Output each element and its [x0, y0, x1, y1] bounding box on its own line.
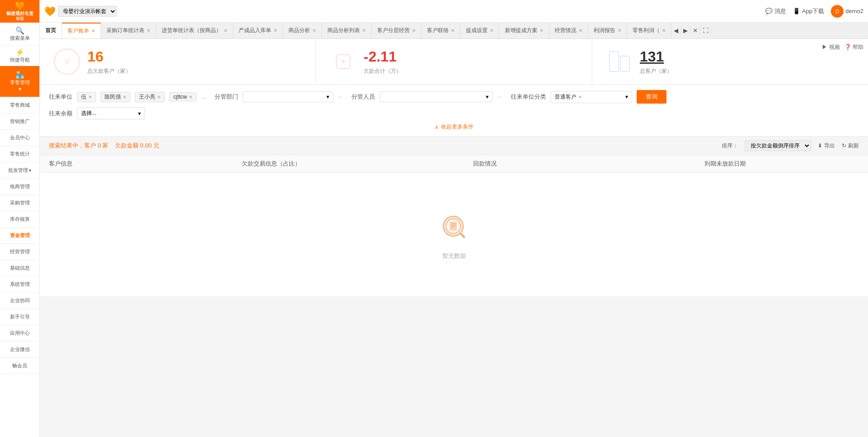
sidebar-item-inventory[interactable]: 库存核算 — [0, 211, 39, 228]
tab-close-analysis-list[interactable]: ✕ — [362, 28, 366, 33]
filter-balance-label: 往来余额 — [49, 109, 72, 118]
tab-new-tips-plan[interactable]: 新增提成方案 ✕ — [499, 23, 549, 39]
filter-dept-select[interactable]: ▾ — [243, 91, 333, 102]
filter-tag-wang-remove[interactable]: ✕ — [157, 95, 161, 100]
tab-product-analysis-list[interactable]: 商品分析列表 ✕ — [322, 23, 372, 39]
tab-customer-layer[interactable]: 客户分层经营 ✕ — [372, 23, 422, 39]
query-button[interactable]: 查询 — [637, 90, 667, 104]
filter-person-more[interactable]: ··· — [497, 94, 502, 100]
filter-unit-class-select[interactable]: 普通客户 ✕ ▾ — [551, 91, 632, 103]
refresh-button[interactable]: ↻ 刷新 — [842, 142, 859, 150]
filter-unit-class-label: 往来单位分类 — [511, 93, 546, 101]
tabbar-nav-left[interactable]: ◀ — [671, 27, 681, 34]
sidebar-item-wholesale[interactable]: 批发管理 ▾ — [0, 162, 39, 179]
sidebar-item-marketing[interactable]: 营销推广 — [0, 114, 39, 130]
tabbar-maximize[interactable]: ⛶ — [700, 27, 711, 34]
tab-close-profit[interactable]: ✕ — [618, 28, 621, 33]
tab-inventory-stats[interactable]: 进货单统计表（按商品） ✕ — [156, 23, 233, 39]
tab-close-retail-profit[interactable]: ✕ — [662, 28, 666, 33]
tab-close-accounts[interactable]: ✕ — [91, 28, 95, 33]
question-icon: ❓ — [844, 44, 851, 50]
text-help-button[interactable]: ❓ 帮助 — [844, 43, 863, 51]
stat-total-debt-customers: ¥ 16 总欠款客户（家） — [40, 39, 316, 84]
tab-retail-profit[interactable]: 零售利润（ ✕ — [627, 23, 671, 39]
sidebar-item-retail-mall[interactable]: 零售商城 — [0, 97, 39, 114]
stat-total-customers: 131 总客户（家） ▶ 视频 ❓ 帮助 — [592, 39, 868, 84]
table-header-repay: 回款情况 — [473, 160, 705, 168]
filter-more-button[interactable]: ... — [201, 94, 206, 100]
topbar-actions: 💬 消息 📱 App下载 D demo2 — [765, 5, 863, 18]
svg-rect-8 — [450, 222, 457, 231]
filter-collapse-button[interactable]: ∧ 收起更多条件 — [49, 123, 859, 131]
sidebar-item-system[interactable]: 系统管理 — [0, 276, 39, 293]
app-download-button[interactable]: 📱 App下载 — [793, 7, 824, 15]
tab-close-tips[interactable]: ✕ — [490, 28, 494, 33]
svg-line-12 — [461, 234, 464, 237]
export-button[interactable]: ⬇ 导出 — [818, 142, 835, 150]
empty-text: 暂无数据 — [442, 252, 466, 260]
filter-balance-select[interactable]: 选择... ▾ — [77, 107, 145, 119]
filter-dept-more[interactable]: ··· — [338, 94, 342, 100]
sidebar-item-appstore[interactable]: 应用中心 — [0, 325, 39, 342]
stat-total-debt-amount: ✦ -2.11 欠款合计（万） — [316, 39, 592, 84]
sidebar-item-retail-stats[interactable]: 零售统计 — [0, 146, 39, 162]
tab-close-purchase[interactable]: ✕ — [147, 28, 150, 33]
sidebar-item-retail[interactable]: 🏪 零售管理 ▾ — [0, 66, 39, 97]
tab-close-tips-plan[interactable]: ✕ — [540, 28, 543, 33]
filter-tag-cjttcw-remove[interactable]: ✕ — [189, 95, 192, 100]
filter-tag-wu-remove[interactable]: ✕ — [88, 95, 92, 100]
tab-product-analysis[interactable]: 商品分析 ✕ — [283, 23, 322, 39]
dept-dropdown-icon: ▾ — [326, 94, 329, 100]
stat-value-total: 131 — [640, 48, 672, 65]
tab-operations-status[interactable]: 经营情况 ✕ — [549, 23, 588, 39]
filter-row-1: 往来单位 伍 ✕ 陈民强 ✕ 王小亮 ✕ cjttcw ✕ ... — [49, 90, 859, 104]
filter-tag-chen-remove[interactable]: ✕ — [123, 95, 126, 100]
sidebar-item-purchase[interactable]: 采购管理 — [0, 195, 39, 211]
tab-customer-contact[interactable]: 客户联络 ✕ — [422, 23, 460, 39]
stat-help-buttons: ▶ 视频 ❓ 帮助 — [822, 43, 863, 51]
unit-class-dropdown-icon: ▾ — [625, 94, 628, 100]
messages-button[interactable]: 💬 消息 — [765, 7, 786, 15]
sidebar-item-quick-nav[interactable]: ⚡ 快捷导航 — [0, 46, 39, 66]
sidebar-item-ecommerce[interactable]: 电商管理 — [0, 179, 39, 195]
sidebar-item-search[interactable]: 🔍 搜索菜单 — [0, 23, 39, 46]
tab-close-inventory[interactable]: ✕ — [224, 28, 227, 33]
tab-purchase-order-stats[interactable]: 采购订单统计表 ✕ — [101, 23, 156, 39]
tab-accounts[interactable]: 客户账本 ✕ — [62, 23, 101, 39]
tabbar-nav-right[interactable]: ▶ — [681, 27, 691, 34]
filter-tag-normal-remove[interactable]: ✕ — [578, 95, 582, 100]
sidebar-item-newbie[interactable]: 新手引导 — [0, 309, 39, 325]
sidebar-item-enterprise[interactable]: 企业协同 — [0, 293, 39, 309]
sidebar-item-operations[interactable]: 经营管理 — [0, 244, 39, 260]
tab-close-analysis[interactable]: ✕ — [312, 28, 316, 33]
stat-icon-debt: ✦ — [330, 48, 357, 75]
tab-home[interactable]: 首页 — [40, 23, 62, 39]
tabbar-close-all[interactable]: ✕ — [691, 27, 700, 34]
tabbar: 首页 客户账本 ✕ 采购订单统计表 ✕ 进货单统计表（按商品） ✕ 产成品入库单… — [40, 23, 868, 39]
table-header-debt: 欠款交易信息（占比） — [242, 160, 473, 168]
stat-label-customers: 总欠款客户（家） — [87, 67, 131, 75]
tab-tips-settings[interactable]: 提成设置 ✕ — [460, 23, 499, 39]
user-avatar-button[interactable]: D demo2 — [831, 5, 863, 18]
sort-select[interactable]: 按欠款金额倒序排序 — [745, 140, 811, 151]
filter-person-select[interactable]: ▾ — [379, 91, 493, 102]
sidebar-item-wechat[interactable]: 企业微信 — [0, 342, 39, 358]
sidebar-item-finance[interactable]: 资金管理 — [0, 228, 39, 244]
brand-dropdown[interactable]: 母婴行业演示帐套 — [58, 6, 117, 17]
filter-tag-chen: 陈民强 ✕ — [101, 92, 130, 102]
balance-dropdown-icon: ▾ — [138, 110, 141, 117]
sidebar-item-member[interactable]: 会员中心 — [0, 130, 39, 146]
tab-close-operations[interactable]: ✕ — [579, 28, 582, 33]
collapse-icon: ∧ — [435, 124, 439, 130]
tab-product-inbound[interactable]: 产成品入库单 ✕ — [233, 23, 283, 39]
search-result-info: 搜索结果中，客户 0 家 欠款金额 0.00 元 — [49, 142, 159, 150]
brand-selector[interactable]: 🧡 母婴行业演示帐套 — [44, 6, 117, 17]
tab-profit-report[interactable]: 利润报告 ✕ — [588, 23, 627, 39]
video-help-button[interactable]: ▶ 视频 — [822, 43, 839, 51]
tab-close-customer-layer[interactable]: ✕ — [412, 28, 416, 33]
export-icon: ⬇ — [818, 142, 822, 149]
sidebar-item-vip[interactable]: 畅会员 — [0, 358, 39, 374]
tab-close-contact[interactable]: ✕ — [451, 28, 455, 33]
tab-close-inbound[interactable]: ✕ — [273, 28, 277, 33]
sidebar-item-basic[interactable]: 基础信息 — [0, 260, 39, 276]
